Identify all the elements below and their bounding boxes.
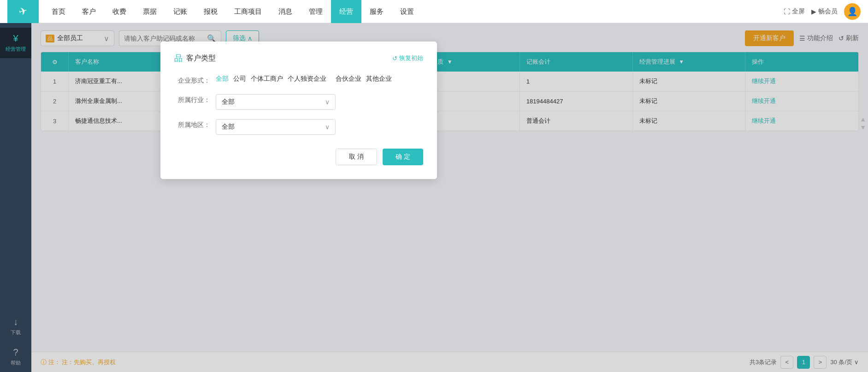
nav-home[interactable]: 首页 <box>43 0 74 23</box>
fullscreen-icon: ⛶ <box>784 8 790 15</box>
nav-manage[interactable]: 管理 <box>301 0 331 23</box>
nav-settings[interactable]: 设置 <box>392 0 422 23</box>
modal-title-text: 客户类型 <box>186 54 216 63</box>
operation-icon: ¥ <box>13 33 18 44</box>
industry-select[interactable]: 全部 ∨ <box>216 94 336 110</box>
region-select[interactable]: 全部 ∨ <box>216 119 336 135</box>
enterprise-form-row: 企业形式： 全部 公司 个体工商户 个人独资企业 合伙企业 其他企业 <box>174 75 423 85</box>
cancel-button[interactable]: 取 消 <box>336 149 377 165</box>
modal-header: 品 客户类型 ↺ 恢复初始 <box>174 53 423 64</box>
region-select-arrow: ∨ <box>325 123 330 131</box>
logo: ✈ <box>7 0 39 23</box>
sidebar-item-label-download: 下载 <box>11 329 21 336</box>
download-icon: ↓ <box>13 317 18 327</box>
main-content: 品 全部员工 ∨ 🔍 筛选 ∧ 开通新客户 ☰ 功能介绍 ↺ 刷新 <box>31 23 868 372</box>
nav-message[interactable]: 消息 <box>270 0 301 23</box>
avatar[interactable]: 👤 <box>844 3 861 20</box>
industry-content: 全部 ∨ <box>216 94 423 110</box>
enterprise-option-other[interactable]: 其他企业 <box>366 75 392 83</box>
region-label: 所属地区： <box>174 119 216 129</box>
region-content: 全部 ∨ <box>216 119 423 135</box>
sidebar-item-help[interactable]: ? 帮助 <box>11 342 21 372</box>
sidebar: ¥ 经营管理 ↓ 下载 ? 帮助 <box>0 23 31 372</box>
region-form-row: 所属地区： 全部 ∨ <box>174 119 423 135</box>
enterprise-label: 企业形式： <box>174 75 216 85</box>
nav-fee[interactable]: 收费 <box>104 0 135 23</box>
nav-tax[interactable]: 报税 <box>195 0 226 23</box>
reset-label: 恢复初始 <box>399 54 423 62</box>
industry-select-arrow: ∨ <box>325 98 330 106</box>
filter-modal: 品 客户类型 ↺ 恢复初始 企业形式： 全部 公司 个体工商户 个人 <box>160 42 437 179</box>
modal-title-icon: 品 <box>174 53 183 64</box>
nav-items: 首页 客户 收费 票据 记账 报税 工商项目 消息 管理 经营 服务 设置 <box>43 0 784 23</box>
enterprise-option-individual[interactable]: 个体工商户 <box>251 75 283 83</box>
logo-icon: ✈ <box>18 5 29 18</box>
region-value: 全部 <box>222 123 235 131</box>
nav-business[interactable]: 工商项目 <box>226 0 270 23</box>
enterprise-options: 全部 公司 个体工商户 个人独资企业 合伙企业 其他企业 <box>216 75 423 83</box>
sidebar-item-label-operation: 经营管理 <box>6 46 26 53</box>
enterprise-option-all[interactable]: 全部 <box>216 75 229 83</box>
nav-right-area: ⛶ 全屏 ▶ 畅会员 👤 <box>784 3 861 20</box>
industry-form-row: 所属行业： 全部 ∨ <box>174 94 423 110</box>
nav-ticket[interactable]: 票据 <box>135 0 165 23</box>
vip-label: 畅会员 <box>818 7 838 16</box>
filter-modal-overlay: 品 客户类型 ↺ 恢复初始 企业形式： 全部 公司 个体工商户 个人 <box>31 23 868 372</box>
sidebar-item-operation[interactable]: ¥ 经营管理 <box>0 28 31 58</box>
modal-footer: 取 消 确 定 <box>174 149 423 165</box>
reset-icon: ↺ <box>392 55 397 62</box>
nav-customer[interactable]: 客户 <box>74 0 104 23</box>
sidebar-item-download[interactable]: ↓ 下载 <box>11 311 21 342</box>
vip-icon: ▶ <box>811 8 816 15</box>
enterprise-option-company[interactable]: 公司 <box>233 75 246 83</box>
modal-reset-button[interactable]: ↺ 恢复初始 <box>392 54 423 62</box>
help-icon: ? <box>13 347 18 358</box>
industry-label: 所属行业： <box>174 94 216 104</box>
fullscreen-label: 全屏 <box>792 7 805 16</box>
enterprise-option-sole[interactable]: 个人独资企业 <box>288 75 326 83</box>
vip-button[interactable]: ▶ 畅会员 <box>811 7 838 16</box>
nav-service[interactable]: 服务 <box>361 0 392 23</box>
top-navigation: ✈ 首页 客户 收费 票据 记账 报税 工商项目 消息 管理 经营 服务 设置 … <box>0 0 868 23</box>
fullscreen-button[interactable]: ⛶ 全屏 <box>784 7 805 16</box>
sidebar-bottom: ↓ 下载 ? 帮助 <box>11 311 21 372</box>
nav-operation[interactable]: 经营 <box>331 0 361 23</box>
main-layout: ¥ 经营管理 ↓ 下载 ? 帮助 品 全部员工 ∨ 🔍 <box>0 23 868 372</box>
modal-title: 品 客户类型 <box>174 53 216 64</box>
enterprise-option-partnership[interactable]: 合伙企业 <box>336 75 361 83</box>
sidebar-item-label-help: 帮助 <box>11 360 21 366</box>
industry-value: 全部 <box>222 98 235 106</box>
confirm-button[interactable]: 确 定 <box>383 149 423 165</box>
nav-bookkeeping[interactable]: 记账 <box>165 0 195 23</box>
